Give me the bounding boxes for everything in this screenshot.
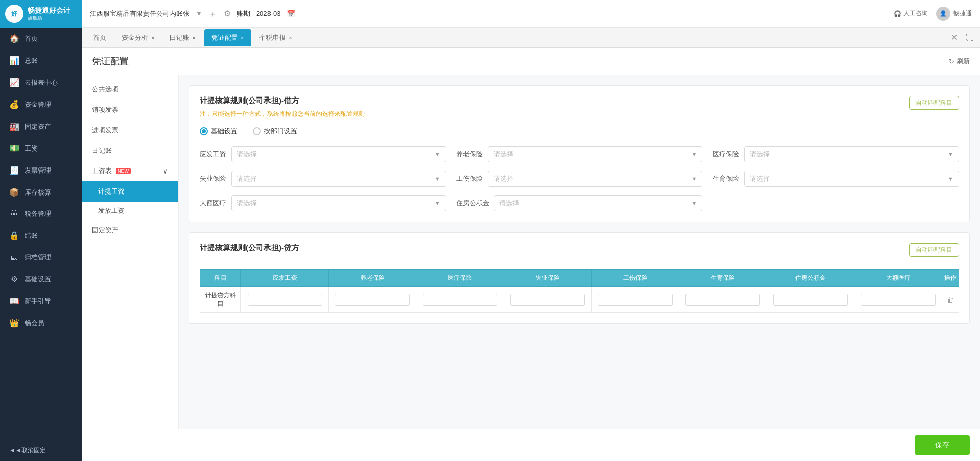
input-unemployment[interactable] (510, 294, 585, 306)
tab-voucher-close[interactable]: × (241, 35, 244, 41)
medical-select[interactable]: 请选择 ▼ (744, 146, 959, 162)
left-menu-pay-salary[interactable]: 发放工资 (82, 202, 178, 220)
tab-home[interactable]: 首页 (86, 29, 113, 46)
auto-match-btn-1[interactable]: 自动匹配科目 (909, 96, 959, 110)
archive-icon: 🗂 (9, 253, 19, 262)
housing-arrow: ▼ (691, 200, 697, 206)
th-maternity: 生育保险 (679, 270, 767, 287)
refresh-button[interactable]: ↻ 刷新 (949, 57, 970, 66)
sidebar-item-close-label: 结账 (24, 231, 38, 240)
left-menu-sales-invoice[interactable]: 销项发票 (82, 100, 178, 120)
basic-salary-placeholder: 请选择 (237, 150, 257, 159)
tab-tax-report[interactable]: 个税申报 × (252, 29, 299, 46)
sidebar-item-home-label: 首页 (24, 34, 38, 43)
sidebar-item-guide[interactable]: 📖 新手引导 (0, 290, 82, 312)
sidebar-item-ledger[interactable]: 📊 总账 (0, 50, 82, 71)
input-pension[interactable] (335, 294, 409, 306)
maximize-icon[interactable]: ⛶ (964, 31, 976, 44)
settings-icon[interactable]: ⚙ (224, 9, 231, 18)
sidebar-item-salary[interactable]: 💵 工资 (0, 137, 82, 159)
left-menu-purchase-label: 进项发票 (92, 126, 118, 135)
input-big-medical[interactable] (861, 294, 935, 306)
table-row: 计提贷方科目 🗑 (200, 287, 959, 313)
calendar-icon[interactable]: 📅 (287, 10, 295, 17)
invoice-icon: 🧾 (9, 165, 19, 175)
sidebar-item-home[interactable]: 🏠 首页 (0, 28, 82, 50)
td-operation: 🗑 (942, 287, 959, 313)
form-item-pension: 养老保险 请选择 ▼ (456, 146, 703, 162)
left-menu-purchase-invoice[interactable]: 进项发票 (82, 120, 178, 140)
company-dropdown-icon[interactable]: ▼ (195, 10, 202, 17)
content-area: 凭证配置 ↻ 刷新 公共选项 销项发票 进项发票 日记账 (82, 48, 980, 461)
sidebar-item-archive-label: 归档管理 (24, 253, 51, 262)
sidebar-item-funds[interactable]: 💰 资金管理 (0, 93, 82, 115)
tab-tax-close[interactable]: × (289, 35, 292, 41)
radio-basic-circle (200, 127, 208, 135)
th-basic-salary: 应发工资 (241, 270, 329, 287)
sidebar-item-inventory[interactable]: 📦 库存核算 (0, 181, 82, 203)
input-medical[interactable] (423, 294, 497, 306)
medical-label: 医疗保险 (713, 150, 740, 159)
maternity-select[interactable]: 请选择 ▼ (744, 171, 959, 187)
pension-placeholder: 请选择 (494, 150, 513, 159)
user-menu[interactable]: 👤 畅捷通 (936, 7, 972, 21)
left-menu-public[interactable]: 公共选项 (82, 79, 178, 100)
input-basic-salary[interactable] (248, 294, 322, 306)
radio-basic[interactable]: 基础设置 (200, 127, 237, 136)
left-menu-payroll-table[interactable]: 工资表 NEW ∨ (82, 161, 178, 181)
input-housing[interactable] (773, 294, 848, 306)
left-menu-accrue-salary[interactable]: 计提工资 (82, 181, 178, 202)
input-injury[interactable] (598, 294, 672, 306)
left-menu-pay-label: 发放工资 (98, 207, 125, 214)
cancel-pin-button[interactable]: ◄◄取消固定 (0, 440, 82, 461)
injury-select[interactable]: 请选择 ▼ (488, 171, 703, 187)
sidebar-item-invoice-label: 发票管理 (24, 166, 51, 175)
tab-voucher-config[interactable]: 凭证配置 × (204, 29, 251, 46)
service-button[interactable]: 🎧 人工咨询 (894, 9, 928, 18)
sidebar-item-fixed-assets-label: 固定资产 (24, 122, 51, 131)
guide-icon: 📖 (9, 296, 19, 306)
radio-dept[interactable]: 按部门设置 (253, 127, 297, 136)
big-medical-arrow: ▼ (435, 200, 440, 206)
housing-label: 住房公积金 (456, 199, 489, 208)
big-medical-select[interactable]: 请选择 ▼ (231, 195, 446, 211)
form-item-medical: 医疗保险 请选择 ▼ (713, 146, 959, 162)
sidebar-nav: 🏠 首页 📊 总账 📈 云报表中心 💰 资金管理 🏭 固定资产 💵 工资 🧾 发… (0, 28, 82, 440)
sidebar-logo: 好 畅捷通好会计 旗舰版 (0, 0, 82, 28)
sidebar-item-fixed-assets[interactable]: 🏭 固定资产 (0, 115, 82, 137)
sidebar-item-reports[interactable]: 📈 云报表中心 (0, 71, 82, 93)
sidebar-item-ledger-label: 总账 (24, 56, 38, 65)
tab-journal-label: 日记账 (169, 33, 189, 42)
salary-icon: 💵 (9, 143, 19, 153)
tab-funds-analysis[interactable]: 资金分析 × (114, 29, 161, 46)
sidebar-item-settings[interactable]: ⚙ 基础设置 (0, 268, 82, 290)
housing-select[interactable]: 请选择 ▼ (494, 195, 703, 211)
left-menu-fixed-assets[interactable]: 固定资产 (82, 220, 178, 240)
tab-journal-close[interactable]: × (192, 35, 195, 41)
table-header-row: 科目 应发工资 养老保险 医疗保险 失业保险 工伤保险 生育保险 住房公积金 大… (200, 270, 959, 287)
sidebar-item-close[interactable]: 🔒 结账 (0, 225, 82, 247)
delete-icon[interactable]: 🗑 (947, 296, 954, 304)
sidebar-item-tax-label: 税务管理 (24, 209, 51, 219)
sidebar-item-tax[interactable]: 🏛 税务管理 (0, 203, 82, 225)
sidebar-item-inventory-label: 库存核算 (24, 188, 51, 197)
td-pension (329, 287, 416, 313)
save-button[interactable]: 保存 (915, 435, 970, 455)
auto-match-btn-2[interactable]: 自动匹配科目 (909, 243, 959, 257)
add-button[interactable]: ＋ (208, 8, 217, 20)
sidebar-item-vip[interactable]: 👑 畅会员 (0, 312, 82, 334)
tab-funds-close[interactable]: × (151, 35, 154, 41)
pension-select[interactable]: 请选择 ▼ (488, 146, 703, 162)
big-medical-label: 大额医疗 (200, 199, 227, 208)
app-name: 畅捷通好会计 (28, 6, 70, 15)
input-maternity[interactable] (685, 294, 760, 306)
left-menu-sales-label: 销项发票 (92, 105, 118, 114)
tab-journal[interactable]: 日记账 × (162, 29, 203, 46)
th-unemployment: 失业保险 (504, 270, 592, 287)
basic-salary-select[interactable]: 请选择 ▼ (231, 146, 446, 162)
unemployment-select[interactable]: 请选择 ▼ (231, 171, 446, 187)
left-menu-journal[interactable]: 日记账 (82, 140, 178, 161)
close-tab-icon[interactable]: ✕ (949, 31, 960, 44)
sidebar-item-invoice[interactable]: 🧾 发票管理 (0, 159, 82, 181)
sidebar-item-archive[interactable]: 🗂 归档管理 (0, 247, 82, 268)
